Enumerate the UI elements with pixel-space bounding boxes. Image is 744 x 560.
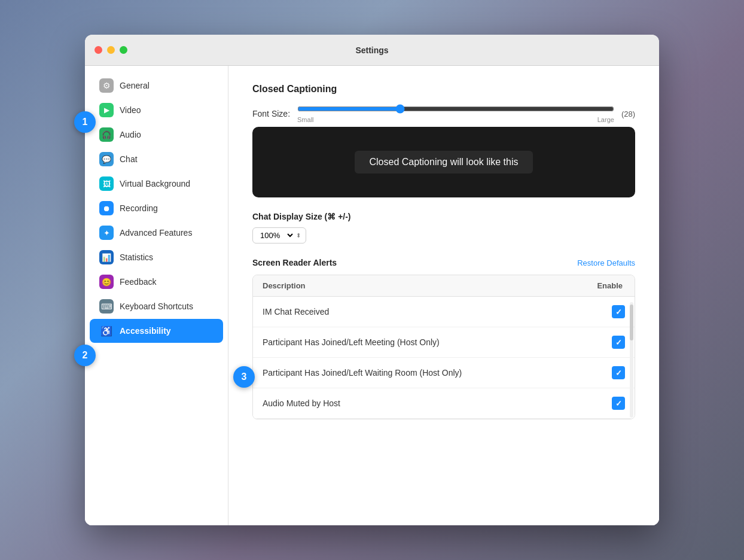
- sidebar-item-general[interactable]: ⚙ General: [90, 74, 223, 98]
- statistics-icon: 📊: [99, 250, 114, 264]
- alert-description-3: Audio Muted by Host: [263, 398, 340, 408]
- sidebar-label-audio: Audio: [120, 130, 141, 139]
- sidebar-label-keyboard-shortcuts: Keyboard Shortcuts: [120, 302, 193, 311]
- font-size-label: Font Size:: [252, 109, 290, 118]
- sidebar-item-video[interactable]: ▶ Video: [90, 98, 223, 122]
- recording-icon: ⏺: [99, 201, 114, 215]
- sidebar-item-advanced-features[interactable]: ✦ Advanced Features: [90, 221, 223, 245]
- minimize-button[interactable]: [107, 46, 115, 54]
- sidebar-item-chat[interactable]: 💬 Chat: [90, 147, 223, 171]
- accessibility-icon: ♿: [99, 324, 114, 338]
- close-button[interactable]: [94, 46, 102, 54]
- sidebar-item-keyboard-shortcuts[interactable]: ⌨ Keyboard Shortcuts: [90, 294, 223, 318]
- window-title: Settings: [355, 45, 388, 55]
- font-size-slider-container: Small Large: [297, 104, 614, 123]
- annotation-bubble-1: 1: [74, 111, 96, 133]
- sidebar-label-general: General: [120, 81, 150, 90]
- sidebar: ⚙ General ▶ Video 🎧 Audio 💬 Chat 🖼: [85, 66, 228, 525]
- screen-reader-title: Screen Reader Alerts: [252, 258, 337, 267]
- sidebar-label-video: Video: [120, 105, 141, 115]
- screen-reader-section: Screen Reader Alerts Restore Defaults De…: [252, 258, 635, 419]
- sidebar-label-feedback: Feedback: [120, 277, 156, 287]
- sidebar-item-feedback[interactable]: 😊 Feedback: [90, 270, 223, 294]
- restore-defaults-button[interactable]: Restore Defaults: [577, 258, 635, 267]
- alert-checkbox-3[interactable]: [612, 397, 625, 410]
- chat-display-title: Chat Display Size (⌘ +/-): [252, 212, 635, 221]
- table-header: Description Enable: [253, 275, 635, 297]
- sidebar-item-accessibility[interactable]: ♿ Accessibility: [90, 319, 223, 343]
- sidebar-item-statistics[interactable]: 📊 Statistics: [90, 245, 223, 269]
- alert-checkbox-0[interactable]: [612, 305, 625, 318]
- sidebar-label-advanced-features: Advanced Features: [120, 228, 192, 238]
- content-area: Closed Captioning Font Size: Small Large…: [228, 66, 659, 525]
- annotation-bubble-3: 3: [233, 366, 255, 388]
- closed-captioning-section: Closed Captioning Font Size: Small Large…: [252, 84, 635, 197]
- scrollbar-thumb: [630, 305, 633, 340]
- general-icon: ⚙: [99, 78, 114, 93]
- chat-icon: 💬: [99, 152, 114, 166]
- font-size-row: Font Size: Small Large (28): [252, 104, 635, 123]
- table-row: Audio Muted by Host: [253, 388, 635, 419]
- screen-reader-header: Screen Reader Alerts Restore Defaults: [252, 258, 635, 267]
- sidebar-item-recording[interactable]: ⏺ Recording: [90, 196, 223, 220]
- caption-preview: Closed Captioning will look like this: [252, 127, 635, 197]
- alert-checkbox-1[interactable]: [612, 336, 625, 349]
- virtual-background-icon: 🖼: [99, 176, 114, 191]
- chat-display-select[interactable]: 75% 100% 125% 150%: [258, 230, 295, 241]
- font-size-value: (28): [621, 109, 635, 118]
- audio-icon: 🎧: [99, 127, 114, 142]
- settings-window: Settings ⚙ General ▶ Video 🎧 Audio: [85, 35, 659, 525]
- maximize-button[interactable]: [120, 46, 127, 54]
- sidebar-item-virtual-background[interactable]: 🖼 Virtual Background: [90, 172, 223, 196]
- caption-preview-text: Closed Captioning will look like this: [355, 151, 532, 174]
- alerts-table-wrapper: Description Enable IM Chat Received Part…: [252, 275, 635, 419]
- keyboard-shortcuts-icon: ⌨: [99, 299, 114, 314]
- sidebar-label-statistics: Statistics: [120, 252, 153, 262]
- titlebar: Settings: [85, 35, 659, 66]
- table-row: Participant Has Joined/Left Meeting (Hos…: [253, 327, 635, 358]
- sidebar-label-chat: Chat: [120, 154, 138, 164]
- slider-label-small: Small: [297, 116, 314, 123]
- table-header-enable: Enable: [597, 281, 625, 290]
- slider-label-large: Large: [597, 116, 614, 123]
- alert-checkbox-2[interactable]: [612, 366, 625, 379]
- alert-description-1: Participant Has Joined/Left Meeting (Hos…: [263, 337, 440, 347]
- traffic-lights: [94, 46, 127, 54]
- scrollbar[interactable]: [630, 302, 633, 418]
- sidebar-label-virtual-background: Virtual Background: [120, 179, 190, 188]
- chat-display-dropdown[interactable]: 75% 100% 125% 150% ⬍: [252, 227, 306, 244]
- feedback-icon: 😊: [99, 275, 114, 289]
- alert-description-0: IM Chat Received: [263, 307, 329, 316]
- alert-description-2: Participant Has Joined/Left Waiting Room…: [263, 368, 462, 378]
- advanced-features-icon: ✦: [99, 226, 114, 240]
- sidebar-label-accessibility: Accessibility: [120, 326, 171, 336]
- video-icon: ▶: [99, 103, 114, 117]
- chat-display-section: Chat Display Size (⌘ +/-) 75% 100% 125% …: [252, 212, 635, 244]
- table-row: IM Chat Received: [253, 297, 635, 327]
- closed-captioning-title: Closed Captioning: [252, 84, 635, 95]
- table-header-description: Description: [263, 281, 306, 290]
- font-size-slider[interactable]: [297, 104, 614, 114]
- annotation-bubble-2: 2: [74, 345, 96, 366]
- slider-labels: Small Large: [297, 116, 614, 123]
- table-row: Participant Has Joined/Left Waiting Room…: [253, 358, 635, 388]
- sidebar-item-audio[interactable]: 🎧 Audio: [90, 123, 223, 147]
- sidebar-label-recording: Recording: [120, 203, 158, 213]
- window-body: ⚙ General ▶ Video 🎧 Audio 💬 Chat 🖼: [85, 66, 659, 525]
